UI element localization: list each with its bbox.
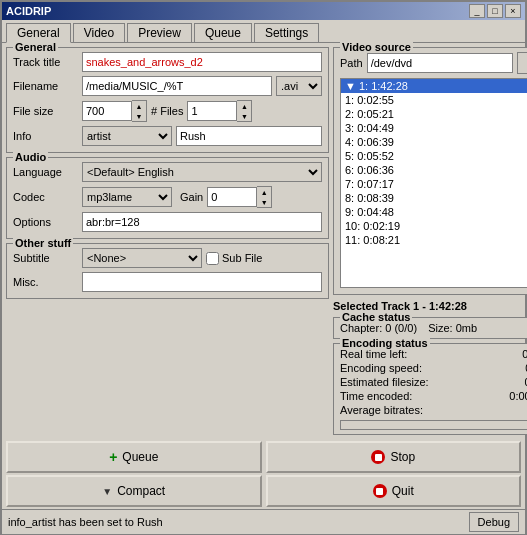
nfiles-input[interactable] bbox=[187, 101, 237, 121]
encoding-row: Encoding speed:0fps bbox=[340, 362, 527, 374]
encoding-row: Estimated filesize:0mb bbox=[340, 376, 527, 388]
filesize-row: File size ▲ ▼ # Files ▲ ▼ bbox=[13, 100, 322, 122]
filesize-label: File size bbox=[13, 105, 78, 117]
bottom-buttons: + Queue Stop bbox=[2, 439, 525, 475]
encoding-row-label: Real time left: bbox=[340, 348, 407, 360]
tab-bar: General Video Preview Queue Settings bbox=[2, 20, 525, 43]
video-source-label: Video source bbox=[340, 41, 413, 53]
language-select[interactable]: <Default> English bbox=[82, 162, 322, 182]
filesize-down-button[interactable]: ▼ bbox=[132, 111, 146, 121]
cache-chapter-label: Chapter: bbox=[340, 322, 382, 334]
gain-down-button[interactable]: ▼ bbox=[257, 197, 271, 207]
quit-label: Quit bbox=[392, 484, 414, 498]
window-title: ACIDRIP bbox=[6, 5, 51, 17]
tab-settings[interactable]: Settings bbox=[254, 23, 319, 42]
down-icon: ▼ bbox=[102, 486, 112, 497]
tab-video[interactable]: Video bbox=[73, 23, 125, 42]
encoding-row-value: 0min bbox=[522, 348, 527, 360]
encoding-row: Time encoded:0:00:00 bbox=[340, 390, 527, 402]
track-list[interactable]: ▼ 1: 1:42:28 1: 0:02:55 2: 0:05:21 3: 0:… bbox=[340, 78, 527, 288]
gain-label: Gain bbox=[180, 191, 203, 203]
tab-general[interactable]: General bbox=[6, 23, 71, 43]
path-input[interactable] bbox=[367, 53, 513, 73]
info-value-input[interactable] bbox=[176, 126, 322, 146]
bottom-buttons-2: ▼ Compact Quit bbox=[2, 475, 525, 509]
stop-button[interactable]: Stop bbox=[266, 441, 522, 473]
options-label: Options bbox=[13, 216, 78, 228]
stop-icon bbox=[371, 450, 385, 464]
cache-chapter-value: 0 (0/0) bbox=[385, 322, 417, 334]
ext-select[interactable]: .avi .mp4 bbox=[276, 76, 322, 96]
track-item[interactable]: 7: 0:07:17 bbox=[341, 177, 527, 191]
subtitle-row: Subtitle <None> Sub File bbox=[13, 248, 322, 268]
tab-preview[interactable]: Preview bbox=[127, 23, 192, 42]
filename-row: Filename .avi .mp4 bbox=[13, 76, 322, 96]
gain-input[interactable] bbox=[207, 187, 257, 207]
misc-input[interactable] bbox=[82, 272, 322, 292]
track-item[interactable]: ▼ 1: 1:42:28 bbox=[341, 79, 527, 93]
nfiles-down-button[interactable]: ▼ bbox=[237, 111, 251, 121]
track-item[interactable]: 10: 0:02:19 bbox=[341, 219, 527, 233]
track-title-label: Track title bbox=[13, 56, 78, 68]
status-message: info_artist has been set to Rush bbox=[8, 516, 163, 528]
codec-select[interactable]: mp3lame faac bbox=[82, 187, 172, 207]
track-title-row: Track title bbox=[13, 52, 322, 72]
encoding-row: Average bitrates:0:0 bbox=[340, 404, 527, 416]
filesize-up-button[interactable]: ▲ bbox=[132, 101, 146, 111]
track-item[interactable]: 1: 0:02:55 bbox=[341, 93, 527, 107]
cache-group-label: Cache status bbox=[340, 311, 412, 323]
titlebar-buttons: _ □ × bbox=[469, 4, 521, 18]
gain-up-button[interactable]: ▲ bbox=[257, 187, 271, 197]
nfiles-label: # Files bbox=[151, 105, 183, 117]
subtitle-label: Subtitle bbox=[13, 252, 78, 264]
track-item[interactable]: 11: 0:08:21 bbox=[341, 233, 527, 247]
subtitle-select[interactable]: <None> bbox=[82, 248, 202, 268]
path-row: Path ↺ Load bbox=[340, 52, 527, 74]
right-panel: Video source Path ↺ Load ▼ 1: 1:42:28 1:… bbox=[333, 47, 527, 435]
other-group: Other stuff Subtitle <None> Sub File Mis… bbox=[6, 243, 329, 299]
main-content: General Track title Filename .avi .mp4 bbox=[2, 43, 525, 439]
compact-button[interactable]: ▼ Compact bbox=[6, 475, 262, 507]
subfile-label: Sub File bbox=[222, 252, 262, 264]
status-bar: info_artist has been set to Rush Debug bbox=[2, 509, 525, 534]
options-row: Options bbox=[13, 212, 322, 232]
info-select[interactable]: artist title year bbox=[82, 126, 172, 146]
minimize-button[interactable]: _ bbox=[469, 4, 485, 18]
gain-spin-buttons: ▲ ▼ bbox=[257, 186, 272, 208]
nfiles-up-button[interactable]: ▲ bbox=[237, 101, 251, 111]
main-window: ACIDRIP _ □ × General Video Preview Queu… bbox=[0, 0, 527, 535]
track-title-input[interactable] bbox=[82, 52, 322, 72]
queue-button[interactable]: + Queue bbox=[6, 441, 262, 473]
subfile-checkbox[interactable] bbox=[206, 252, 219, 265]
compact-label: Compact bbox=[117, 484, 165, 498]
options-input[interactable] bbox=[82, 212, 322, 232]
track-item[interactable]: 8: 0:08:39 bbox=[341, 191, 527, 205]
track-item[interactable]: 9: 0:04:48 bbox=[341, 205, 527, 219]
left-panel: General Track title Filename .avi .mp4 bbox=[6, 47, 329, 435]
quit-stop-icon bbox=[373, 484, 387, 498]
encoding-row: Real time left:0min bbox=[340, 348, 527, 360]
other-group-label: Other stuff bbox=[13, 237, 73, 249]
track-item[interactable]: 4: 0:06:39 bbox=[341, 135, 527, 149]
quit-button[interactable]: Quit bbox=[266, 475, 522, 507]
track-item[interactable]: 3: 0:04:49 bbox=[341, 121, 527, 135]
codec-label: Codec bbox=[13, 191, 78, 203]
tab-queue[interactable]: Queue bbox=[194, 23, 252, 42]
debug-button[interactable]: Debug bbox=[469, 512, 519, 532]
video-source-group: Video source Path ↺ Load ▼ 1: 1:42:28 1:… bbox=[333, 47, 527, 295]
maximize-button[interactable]: □ bbox=[487, 4, 503, 18]
stop-label: Stop bbox=[390, 450, 415, 464]
track-item[interactable]: 2: 0:05:21 bbox=[341, 107, 527, 121]
track-item[interactable]: 5: 0:05:52 bbox=[341, 149, 527, 163]
subfile-checkbox-label: Sub File bbox=[206, 252, 262, 265]
audio-group: Audio Language <Default> English Codec m… bbox=[6, 157, 329, 239]
cache-size-value: 0mb bbox=[456, 322, 477, 334]
close-button[interactable]: × bbox=[505, 4, 521, 18]
track-item[interactable]: 6: 0:06:36 bbox=[341, 163, 527, 177]
filesize-input[interactable] bbox=[82, 101, 132, 121]
info-label: Info bbox=[13, 130, 78, 142]
filename-label: Filename bbox=[13, 80, 78, 92]
filename-input[interactable] bbox=[82, 76, 272, 96]
load-button[interactable]: ↺ Load bbox=[517, 52, 527, 74]
quit-stop-icon-inner bbox=[376, 488, 383, 495]
